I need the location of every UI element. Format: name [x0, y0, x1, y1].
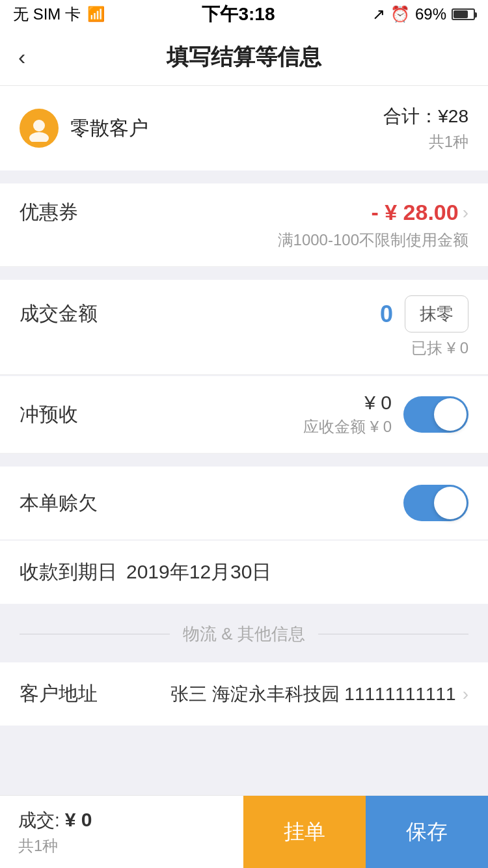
transaction-label: 成交金额 [20, 301, 98, 327]
divider-5 [0, 653, 488, 662]
divider-4 [0, 605, 488, 614]
round-button[interactable]: 抹零 [405, 295, 468, 332]
prepay-toggle[interactable] [403, 396, 468, 433]
bottom-bar: 成交: ¥ 0 共1种 挂单 保存 [0, 795, 488, 868]
coupon-sub: 满1000-100不限制使用金额 [20, 230, 468, 251]
coupon-label: 优惠券 [20, 199, 78, 226]
customer-left: 零散客户 [20, 109, 148, 148]
customer-name: 零散客户 [70, 115, 148, 142]
back-button[interactable]: ‹ [18, 44, 25, 70]
nav-bar: ‹ 填写结算等信息 [0, 29, 488, 86]
logistics-text: 物流 & 其他信息 [170, 623, 318, 645]
battery-text: 69% [415, 5, 446, 23]
duedate-value: 2019年12月30日 [126, 559, 271, 586]
pending-button[interactable]: 挂单 [243, 796, 366, 869]
alarm-icon: ⏰ [390, 5, 410, 23]
divider-2 [0, 268, 488, 280]
address-chevron: › [463, 684, 468, 705]
coupon-row[interactable]: 优惠券 - ¥ 28.00 › 满1000-100不限制使用金额 [0, 183, 488, 267]
logistics-divider: 物流 & 其他信息 [0, 614, 488, 653]
save-button[interactable]: 保存 [366, 796, 488, 869]
customer-right: 合计：¥28 共1种 [383, 104, 468, 152]
transaction-section: 成交金额 0 抹零 已抹 ¥ 0 [0, 280, 488, 375]
wifi-icon: 📶 [87, 6, 105, 23]
address-label: 客户地址 [20, 681, 98, 707]
content: 零散客户 合计：¥28 共1种 优惠券 - ¥ 28.00 › 满1000-10… [0, 86, 488, 868]
svg-point-0 [33, 120, 45, 131]
bottom-count: 共1种 [18, 835, 225, 856]
item-count: 共1种 [383, 131, 468, 152]
duedate-section[interactable]: 收款到期日 2019年12月30日 [0, 541, 488, 604]
divider-3 [0, 455, 488, 467]
prepay-section: 冲预收 ¥ 0 应收金额 ¥ 0 [0, 376, 488, 454]
total-amount: 合计：¥28 [383, 104, 468, 129]
coupon-chevron: › [463, 202, 468, 223]
debit-section: 本单赊欠 [0, 467, 488, 539]
bottom-left: 成交: ¥ 0 共1种 [0, 808, 243, 856]
svg-point-1 [29, 132, 49, 142]
coupon-right: - ¥ 28.00 › [371, 200, 468, 225]
coupon-discount: - ¥ 28.00 [371, 200, 458, 225]
duedate-label: 收款到期日 [20, 559, 117, 586]
battery-icon [452, 8, 475, 20]
status-time: 下午3:18 [202, 2, 275, 27]
carrier-text: 无 SIM 卡 [13, 4, 81, 25]
toggle-knob [434, 398, 467, 431]
debit-toggle[interactable] [403, 485, 468, 521]
debit-toggle-knob [434, 487, 467, 519]
debit-label: 本单赊欠 [20, 490, 98, 517]
divider-1 [0, 172, 488, 183]
bottom-deal: 成交: ¥ 0 [18, 808, 225, 833]
prepay-values: ¥ 0 应收金额 ¥ 0 [303, 392, 392, 437]
transaction-sub: 已抹 ¥ 0 [20, 338, 468, 359]
status-bar: 无 SIM 卡 📶 下午3:18 ↗ ⏰ 69% [0, 0, 488, 29]
page-title: 填写结算等信息 [167, 42, 321, 72]
address-value: 张三 海淀永丰科技园 11111111111 [111, 682, 456, 707]
transaction-right: 0 抹零 [380, 295, 468, 332]
status-right: ↗ ⏰ 69% [372, 5, 475, 23]
status-left: 无 SIM 卡 📶 [13, 4, 105, 25]
deal-value: ¥ 0 [65, 809, 92, 831]
location-icon: ↗ [372, 5, 385, 23]
prepay-amount: ¥ 0 [303, 392, 392, 414]
prepay-right: ¥ 0 应收金额 ¥ 0 [303, 392, 468, 437]
avatar [20, 109, 59, 148]
transaction-value: 0 [380, 301, 393, 328]
address-section[interactable]: 客户地址 张三 海淀永丰科技园 11111111111 › [0, 662, 488, 726]
deal-label: 成交: [18, 808, 60, 833]
customer-row: 零散客户 合计：¥28 共1种 [0, 86, 488, 170]
prepay-label: 冲预收 [20, 401, 78, 428]
prepay-sub: 应收金额 ¥ 0 [303, 416, 392, 437]
